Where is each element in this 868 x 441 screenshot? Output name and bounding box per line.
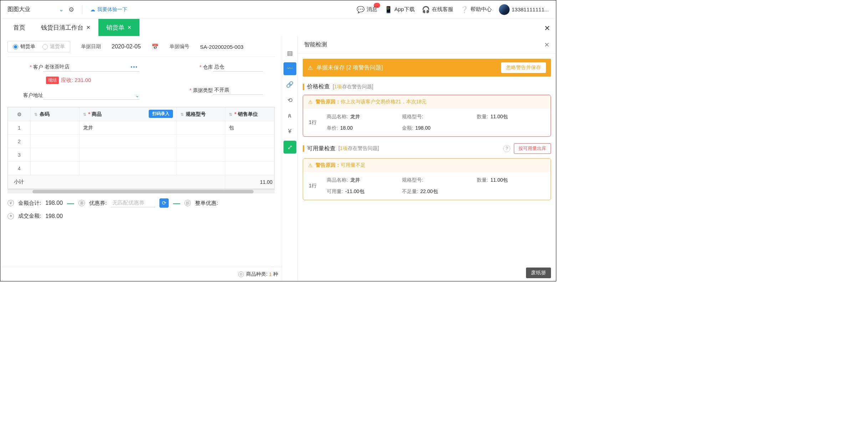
invoice-input[interactable]: 不开票 xyxy=(213,86,263,95)
radio-sales-order[interactable]: 销货单 xyxy=(13,43,35,50)
totals-area: ¥ 金额合计: 198.00 — 券 优惠券: 无匹配优惠券 ⟳ — 折 整单优… xyxy=(0,193,282,224)
strip-doc-icon[interactable]: ▤ xyxy=(284,47,296,59)
sku-icon: ⊙ xyxy=(238,271,244,277)
ar-label: 应收: 231.00 xyxy=(61,77,91,84)
coupon-label: 优惠券: xyxy=(89,200,107,207)
help-icon: ❔ xyxy=(460,6,468,14)
date-input[interactable]: 2020-02-05 xyxy=(112,43,141,50)
messages-link[interactable]: 💬 消息 ··· xyxy=(357,6,377,14)
coupon-input[interactable]: 无匹配优惠券 xyxy=(111,199,155,207)
chevron-down-icon: ⌄ xyxy=(59,6,63,13)
try-link[interactable]: ☁ 我要体验一下 xyxy=(90,6,127,13)
price-warning-card: ⚠ 警告原因：你上次与该客户交易价格21，本次18元 1行 商品名称:龙井 规格… xyxy=(303,95,551,137)
radio-return-order[interactable]: 退货单 xyxy=(42,43,65,50)
headset-icon: 🎧 xyxy=(422,6,430,14)
gear-icon[interactable]: ⚙ xyxy=(68,6,74,14)
notification-badge: ··· xyxy=(374,3,380,8)
price-check-count: [1项存在警告问题] xyxy=(333,84,373,90)
warning-icon: ⚠ xyxy=(308,64,313,71)
deal-amount-value: 198.00 xyxy=(45,213,63,219)
section-marker xyxy=(303,145,304,152)
tab-bar: 首页 钱货日清工作台 ✕ 销货单 ✕ ✕ xyxy=(0,19,556,36)
user-menu[interactable]: 13381111111... xyxy=(499,4,549,15)
minus-icon: — xyxy=(67,199,74,207)
address-input[interactable]: ⌄ xyxy=(43,91,139,100)
close-icon[interactable]: ✕ xyxy=(544,41,550,49)
minus-icon: — xyxy=(173,199,180,207)
warning-banner: ⚠ 单据未保存 [2 项警告问题] 忽略警告并保存 xyxy=(303,59,551,77)
customer-input[interactable]: 老张茶叶店 ••• xyxy=(43,63,139,72)
ignore-save-button[interactable]: 忽略警告并保存 xyxy=(501,62,546,73)
side-tool-strip: ▤ 〰 🔗 ⟲ ጰ ¥ ⤢ xyxy=(282,36,298,281)
strip-user-icon[interactable]: ጰ xyxy=(284,109,296,122)
cloud-icon: ☁ xyxy=(90,7,95,12)
row-tag: 1行 xyxy=(309,114,327,131)
tab-home[interactable]: 首页 xyxy=(5,19,33,36)
col-product[interactable]: ⇅*商品 扫码录入 xyxy=(79,108,177,121)
divider xyxy=(82,5,82,14)
footer-summary: ⊙ 商品种类: 1 种 xyxy=(0,267,282,281)
address-label: 客户地址 xyxy=(7,92,43,99)
more-icon[interactable]: ••• xyxy=(131,64,138,70)
yen-icon: ¥ xyxy=(7,200,14,206)
strip-yen-icon[interactable]: ¥ xyxy=(284,125,296,138)
col-unit[interactable]: ⇅*销售单位 xyxy=(225,108,274,121)
horizontal-scrollbar[interactable] xyxy=(7,189,275,193)
strip-cycle-icon[interactable]: ⟲ xyxy=(284,94,296,107)
trash-button[interactable]: 废纸篓 xyxy=(526,268,551,278)
phone-icon: 📱 xyxy=(384,6,392,14)
whole-discount-label: 整单优惠: xyxy=(195,200,218,207)
topbar: 图图大业 ⌄ ⚙ ☁ 我要体验一下 💬 消息 ··· 📱 App下载 🎧 xyxy=(0,0,556,19)
close-icon[interactable]: ✕ xyxy=(127,25,132,30)
section-marker xyxy=(303,84,304,90)
amount-value: 198.00 xyxy=(45,200,63,206)
strip-link-icon[interactable]: 🔗 xyxy=(284,78,296,91)
help-center-link[interactable]: ❔ 帮助中心 xyxy=(460,6,492,14)
table-row[interactable]: 3 xyxy=(8,148,274,162)
online-service-link[interactable]: 🎧 在线客服 xyxy=(422,6,453,14)
refresh-button[interactable]: ⟳ xyxy=(159,198,169,208)
date-label: 单据日期 xyxy=(81,43,101,50)
deal-icon: ✶ xyxy=(7,213,14,219)
avail-check-count: [1项存在警告问题] xyxy=(338,145,379,152)
amount-label: 金额合计: xyxy=(18,200,41,207)
close-icon[interactable]: ✕ xyxy=(86,25,91,30)
calendar-icon[interactable]: 📅 xyxy=(152,43,159,50)
invoice-label: *票据类型 xyxy=(179,87,213,94)
chevron-down-icon: ⌄ xyxy=(135,93,139,98)
col-spec[interactable]: ⇅规格型号 xyxy=(177,108,225,121)
col-barcode[interactable]: ⇅条码 xyxy=(31,108,80,121)
deal-amount-label: 成交金额: xyxy=(18,213,41,219)
warehouse-input[interactable]: 总仓 xyxy=(213,63,263,72)
customer-label: *客户 xyxy=(7,64,43,71)
avatar xyxy=(499,4,510,15)
tab-workbench[interactable]: 钱货日清工作台 ✕ xyxy=(33,19,98,36)
panel-title: 智能检测 xyxy=(304,41,327,48)
row-tag: 1行 xyxy=(309,177,327,195)
order-type-radio-group: 销货单 退货单 xyxy=(7,41,70,52)
app-download-link[interactable]: 📱 App下载 xyxy=(384,6,415,14)
coupon-icon: 券 xyxy=(78,200,85,206)
table-row[interactable]: 1 龙井 包 xyxy=(8,121,274,135)
avail-warning-card: ⚠ 警告原因：可用量不足 1行 商品名称:龙井 规格型号: 数量:11.00包 … xyxy=(303,158,551,200)
out-by-available-button[interactable]: 按可用量出库 xyxy=(514,143,551,154)
settle-badge: 现结 xyxy=(46,77,59,84)
price-check-title: 价格检查 xyxy=(307,83,330,90)
bill-no-value: SA-20200205-003 xyxy=(200,44,244,50)
items-table: ⚙ ⇅条码 ⇅*商品 扫码录入 ⇅规格型号 ⇅*销售单位 1 xyxy=(7,107,275,189)
company-name: 图图大业 xyxy=(7,6,30,13)
scan-input-button[interactable]: 扫码录入 xyxy=(149,110,173,118)
company-dropdown[interactable]: 图图大业 ⌄ xyxy=(7,6,63,13)
help-icon[interactable]: ? xyxy=(503,145,510,152)
close-all-tabs-icon[interactable]: ✕ xyxy=(544,24,550,32)
column-settings-button[interactable]: ⚙ xyxy=(8,108,31,121)
table-row[interactable]: 4 xyxy=(8,162,274,175)
warehouse-label: *仓库 xyxy=(179,64,213,71)
warning-icon: ⚠ xyxy=(308,162,313,168)
sales-order-form: 销货单 退货单 单据日期 2020-02-05 📅 单据编号 SA-202002… xyxy=(0,36,282,281)
table-row[interactable]: 2 xyxy=(8,135,274,148)
strip-expand-icon[interactable]: ⤢ xyxy=(284,141,296,154)
smart-check-panel: 智能检测 ✕ ⚠ 单据未保存 [2 项警告问题] 忽略警告并保存 xyxy=(298,36,556,281)
tab-sales-order[interactable]: 销货单 ✕ xyxy=(98,19,139,36)
strip-chart-icon[interactable]: 〰 xyxy=(284,62,296,75)
